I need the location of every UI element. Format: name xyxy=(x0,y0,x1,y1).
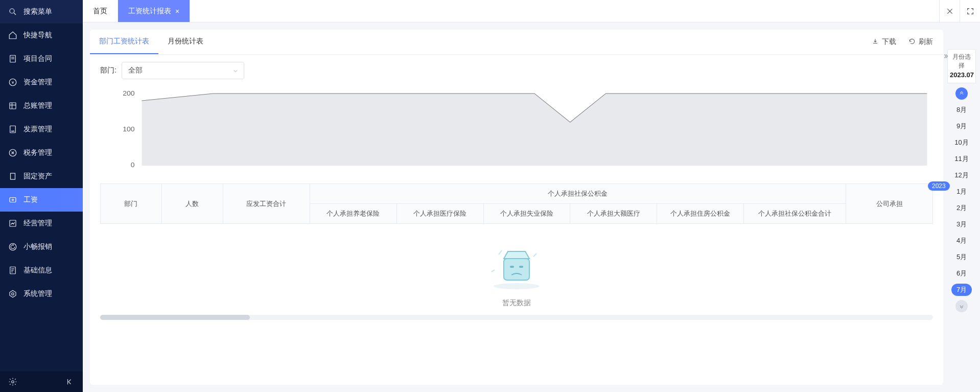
sidebar-item-fixed-assets[interactable]: 固定资产 xyxy=(0,165,83,188)
download-icon xyxy=(872,38,879,47)
page-tabs-bar: 首页 工资统计报表 × xyxy=(83,0,980,22)
sidebar-item-label: 固定资产 xyxy=(24,172,52,181)
inner-tabs-row: 部门工资统计表 月份统计表 下载 刷新 xyxy=(90,30,943,55)
th-count: 人数 xyxy=(161,184,223,224)
inner-tab-dept[interactable]: 部门工资统计表 xyxy=(90,30,158,54)
th-medical: 个人承担医疗保险 xyxy=(396,204,483,224)
sidebar-item-general-ledger[interactable]: 总账管理 xyxy=(0,94,83,118)
svg-marker-36 xyxy=(504,251,529,259)
sidebar-item-label: 系统管理 xyxy=(24,289,52,298)
month-item-1[interactable]: 1月 xyxy=(951,186,972,198)
svg-point-34 xyxy=(494,283,540,289)
sidebar-item-system[interactable]: 系统管理 xyxy=(0,282,83,306)
info-icon xyxy=(8,266,17,275)
search-icon xyxy=(8,7,17,16)
th-company-part: 公司承担 xyxy=(846,184,933,224)
tabs-right-actions xyxy=(939,0,980,22)
svg-point-21 xyxy=(12,199,14,201)
refresh-label: 刷新 xyxy=(919,37,933,47)
sidebar-items: 搜索菜单 快捷导航 项目合同 ¥ 资金管理 总账管理 发票管理 xyxy=(0,0,83,372)
tab-label: 首页 xyxy=(93,7,107,16)
content-card: 部门工资统计表 月份统计表 下载 刷新 xyxy=(90,30,943,385)
month-item-5[interactable]: 5月 xyxy=(951,251,972,263)
inner-tabs: 部门工资统计表 月份统计表 xyxy=(90,30,213,54)
month-header-value: 2023.07 xyxy=(950,71,973,79)
ledger-icon xyxy=(8,101,17,110)
money-icon: ¥ xyxy=(8,78,17,87)
month-list: 2023 8月 9月 10月 11月 12月 1月 2月 3月 4月 5月 6月… xyxy=(947,104,976,296)
th-major-med: 个人承担大额医疗 xyxy=(570,204,657,224)
svg-point-23 xyxy=(9,243,16,250)
system-icon xyxy=(8,289,17,298)
sidebar-item-label: 项目合同 xyxy=(24,54,52,63)
sidebar-item-label: 经营管理 xyxy=(24,219,52,228)
tab-home[interactable]: 首页 xyxy=(83,0,118,22)
month-item-6[interactable]: 6月 xyxy=(951,267,972,280)
month-scroll-up-button[interactable] xyxy=(955,87,968,100)
month-item-10[interactable]: 10月 xyxy=(949,136,973,149)
month-item-12[interactable]: 12月 xyxy=(949,169,973,181)
sidebar-item-basic-info[interactable]: 基础信息 xyxy=(0,259,83,282)
toolbar-right: 下载 刷新 xyxy=(872,37,933,47)
sidebar-item-tax[interactable]: 税务管理 xyxy=(0,141,83,165)
collapse-sidebar-icon[interactable] xyxy=(65,377,75,386)
collapse-month-panel-icon[interactable] xyxy=(942,53,949,60)
reimburse-icon xyxy=(8,242,17,251)
month-header: 月份选择 2023.07 xyxy=(947,49,976,83)
th-group-personal: 个人承担社保公积金 xyxy=(310,184,846,204)
data-table: 部门 人数 应发工资合计 个人承担社保公积金 公司承担 个人承担养老保险 个人承… xyxy=(100,183,933,224)
sidebar-item-salary[interactable]: 工资 xyxy=(0,188,83,212)
refresh-icon xyxy=(908,38,916,47)
sidebar-item-project-contract[interactable]: 项目合同 xyxy=(0,47,83,71)
month-panel: 月份选择 2023.07 2023 8月 9月 10月 11月 12月 1月 2… xyxy=(947,49,976,392)
empty-state: 暂无数据 xyxy=(90,224,943,313)
gear-icon[interactable] xyxy=(8,377,17,386)
month-item-4[interactable]: 4月 xyxy=(951,235,972,247)
building-icon xyxy=(8,172,17,181)
month-item-3[interactable]: 3月 xyxy=(951,218,972,230)
tab-salary-stats-report[interactable]: 工资统计报表 × xyxy=(118,0,190,22)
sidebar-footer xyxy=(0,372,83,392)
close-icon[interactable]: × xyxy=(175,8,179,15)
svg-rect-10 xyxy=(10,103,16,109)
sidebar-item-funds[interactable]: ¥ 资金管理 xyxy=(0,71,83,94)
sidebar-item-label: 基础信息 xyxy=(24,266,52,275)
scrollbar-thumb[interactable] xyxy=(100,315,250,320)
dept-select[interactable]: 全部 xyxy=(122,62,244,79)
month-scroll-down-button[interactable] xyxy=(955,300,968,312)
fullscreen-button[interactable] xyxy=(960,0,980,22)
sidebar-item-reimburse[interactable]: 小畅报销 xyxy=(0,235,83,259)
inner-tab-month[interactable]: 月份统计表 xyxy=(158,30,213,54)
month-header-title: 月份选择 xyxy=(950,53,973,70)
year-badge: 2023 xyxy=(928,181,950,191)
dept-filter-label: 部门: xyxy=(100,66,116,75)
month-item-8[interactable]: 8月 xyxy=(951,104,972,116)
svg-rect-38 xyxy=(519,266,523,268)
svg-rect-37 xyxy=(510,266,514,268)
invoice-icon xyxy=(8,125,17,134)
refresh-button[interactable]: 刷新 xyxy=(908,37,933,47)
month-item-11[interactable]: 11月 xyxy=(949,153,973,165)
month-item-7[interactable]: 7月 xyxy=(951,284,972,296)
close-all-tabs-button[interactable] xyxy=(939,0,960,22)
horizontal-scrollbar[interactable] xyxy=(100,315,933,320)
empty-illustration xyxy=(483,239,550,290)
app-root: 搜索菜单 快捷导航 项目合同 ¥ 资金管理 总账管理 发票管理 xyxy=(0,0,980,392)
month-item-9[interactable]: 9月 xyxy=(951,120,972,132)
svg-rect-20 xyxy=(10,198,16,202)
chart-icon xyxy=(8,219,17,228)
home-icon xyxy=(8,31,17,40)
dept-select-value: 全部 xyxy=(128,66,143,75)
download-button[interactable]: 下载 xyxy=(872,37,896,47)
sidebar-item-business-mgmt[interactable]: 经营管理 xyxy=(0,212,83,235)
sidebar-item-quicknav[interactable]: 快捷导航 xyxy=(0,24,83,47)
sidebar-item-label: 搜索菜单 xyxy=(24,7,52,16)
empty-text: 暂无数据 xyxy=(502,298,531,308)
svg-line-1 xyxy=(14,13,16,15)
month-item-2[interactable]: 2月 xyxy=(951,202,972,214)
sidebar-item-search[interactable]: 搜索菜单 xyxy=(0,0,83,24)
svg-point-0 xyxy=(10,9,14,13)
sidebar-item-invoice[interactable]: 发票管理 xyxy=(0,118,83,141)
ytick-0: 0 xyxy=(131,162,135,169)
svg-rect-35 xyxy=(504,259,529,280)
